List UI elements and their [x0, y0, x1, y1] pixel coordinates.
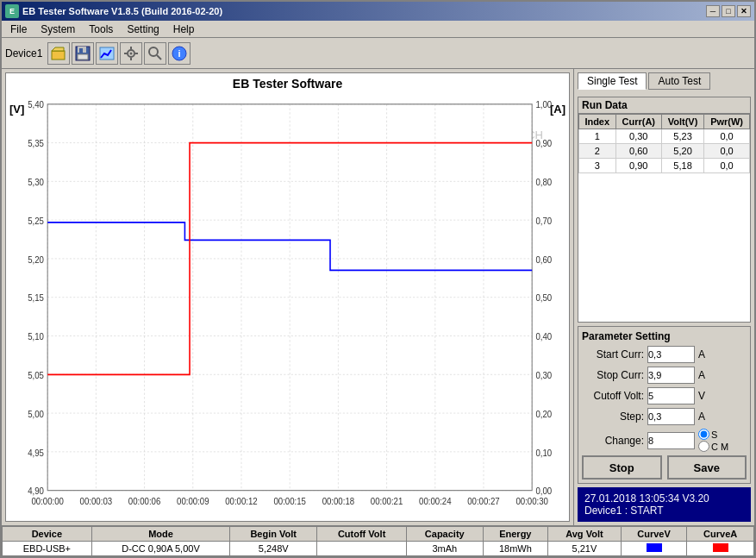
svg-text:00:00:30: 00:00:30	[515, 497, 548, 507]
bottom-table-cell	[687, 542, 754, 556]
step-unit: A	[698, 411, 705, 423]
svg-text:00:00:06: 00:00:06	[128, 497, 161, 507]
tabs: Single Test Auto Test	[578, 72, 751, 90]
table-row: 10,305,230,0	[579, 129, 750, 144]
open-icon	[51, 47, 66, 60]
menu-tools[interactable]: Tools	[82, 21, 120, 38]
maximize-button[interactable]: □	[722, 5, 735, 17]
status-bar: 27.01.2018 13:05:34 V3.20 Device1 : STAR…	[578, 487, 751, 522]
menu-help[interactable]: Help	[166, 21, 202, 38]
curve-v-color	[647, 543, 662, 552]
close-button[interactable]: ✕	[737, 5, 751, 17]
bottom-table-cell	[621, 542, 687, 556]
svg-text:00:00:00: 00:00:00	[31, 497, 64, 507]
tab-single-test[interactable]: Single Test	[578, 72, 647, 90]
svg-text:5,30: 5,30	[28, 178, 44, 188]
svg-text:1,00: 1,00	[535, 100, 552, 110]
bottom-table-cell: 18mWh	[483, 542, 548, 556]
radio-cm-label[interactable]: C M	[698, 441, 728, 452]
table-cell: 0,0	[704, 129, 750, 144]
save-button[interactable]: Save	[667, 455, 747, 480]
svg-text:0,30: 0,30	[535, 371, 552, 381]
bottom-col-header: CurveV	[621, 527, 687, 542]
table-cell: 1	[579, 129, 616, 144]
start-curr-unit: A	[698, 348, 705, 361]
run-data-label: Run Data	[578, 97, 750, 114]
col-pwr: Pwr(W)	[704, 115, 750, 129]
bottom-col-header: Capacity	[407, 527, 483, 542]
bottom-col-header: Begin Volt	[230, 527, 317, 542]
svg-text:5,20: 5,20	[28, 254, 44, 265]
start-curr-input[interactable]	[647, 346, 695, 363]
bottom-table-cell: D-CC 0,90A 5,00V	[91, 542, 229, 556]
settings-button[interactable]	[120, 42, 142, 65]
svg-rect-4	[79, 48, 83, 53]
radio-s-label[interactable]: S	[698, 429, 728, 440]
chart-area: EB Tester Software [V] [A] ZKETECH 5,405…	[5, 72, 570, 522]
bottom-table-row: EBD-USB+D-CC 0,90A 5,00V5,248V3mAh18mWh5…	[3, 542, 754, 556]
run-data-scroll[interactable]: Index Curr(A) Volt(V) Pwr(W) 10,305,230,…	[578, 114, 750, 322]
radio-cm[interactable]	[698, 441, 709, 452]
svg-text:i: i	[178, 48, 181, 59]
svg-text:0,60: 0,60	[535, 254, 552, 265]
title-bar: E EB Tester Software V1.8.5 (Build 2016-…	[2, 2, 754, 21]
table-row: 20,605,200,0	[579, 144, 750, 159]
graph-button[interactable]	[96, 42, 118, 65]
svg-text:00:00:09: 00:00:09	[177, 497, 209, 507]
search-icon	[147, 46, 163, 61]
stop-button[interactable]: Stop	[582, 455, 662, 480]
svg-text:5,10: 5,10	[28, 332, 44, 342]
col-curr: Curr(A)	[615, 115, 662, 129]
bottom-col-header: Cutoff Volt	[317, 527, 407, 542]
svg-text:0,10: 0,10	[535, 448, 552, 458]
minimize-button[interactable]: ─	[706, 5, 720, 17]
param-title: Parameter Setting	[582, 330, 747, 342]
svg-text:00:00:24: 00:00:24	[419, 497, 452, 507]
change-input[interactable]	[647, 432, 695, 449]
menu-setting[interactable]: Setting	[120, 21, 166, 38]
bottom-table-cell: 3mAh	[407, 542, 483, 556]
cutoff-volt-unit: V	[698, 390, 705, 402]
chart-svg: 5,405,355,305,255,205,155,105,055,004,95…	[6, 94, 569, 521]
svg-rect-0	[52, 51, 65, 60]
info-button[interactable]: i	[168, 42, 191, 65]
bottom-col-header: Avg Volt	[548, 527, 622, 542]
svg-text:5,05: 5,05	[28, 371, 44, 381]
open-button[interactable]	[47, 42, 70, 65]
save-icon	[75, 46, 91, 61]
radio-s[interactable]	[698, 429, 709, 440]
step-input[interactable]	[647, 408, 695, 425]
menu-file[interactable]: File	[3, 21, 34, 38]
bottom-table-cell: EBD-USB+	[3, 542, 92, 556]
device-label: Device1	[5, 47, 42, 60]
run-data-section: Run Data Index Curr(A) Volt(V) Pwr(W)	[578, 97, 751, 323]
svg-text:0,80: 0,80	[535, 178, 552, 188]
bottom-col-header: Device	[3, 527, 92, 542]
stop-curr-label: Stop Curr:	[582, 369, 644, 381]
status-line1: 27.01.2018 13:05:34 V3.20	[584, 492, 744, 505]
menu-system[interactable]: System	[34, 21, 82, 38]
search-button[interactable]	[144, 42, 166, 65]
main-content: EB Tester Software [V] [A] ZKETECH 5,405…	[2, 69, 754, 525]
cutoff-volt-label: Cutoff Volt:	[582, 390, 644, 402]
save-toolbar-button[interactable]	[72, 42, 94, 65]
svg-text:5,00: 5,00	[28, 409, 44, 419]
svg-text:0,40: 0,40	[535, 332, 552, 342]
col-index: Index	[579, 115, 616, 129]
svg-text:0,50: 0,50	[535, 293, 552, 304]
table-cell: 0,60	[615, 144, 662, 159]
title-buttons: ─ □ ✕	[706, 5, 751, 17]
svg-text:5,25: 5,25	[28, 216, 44, 226]
svg-text:5,40: 5,40	[28, 100, 44, 110]
table-cell: 0,0	[704, 144, 750, 159]
svg-point-13	[149, 47, 158, 56]
svg-text:00:00:27: 00:00:27	[467, 497, 500, 507]
table-row: 30,905,180,0	[579, 159, 750, 173]
radio-cm-text: C M	[711, 442, 728, 452]
svg-point-8	[130, 52, 133, 54]
param-row-stop-curr: Stop Curr: A	[582, 367, 747, 384]
bottom-col-header: Energy	[483, 527, 548, 542]
cutoff-volt-input[interactable]	[647, 387, 695, 404]
tab-auto-test[interactable]: Auto Test	[648, 72, 710, 90]
stop-curr-input[interactable]	[647, 367, 695, 384]
